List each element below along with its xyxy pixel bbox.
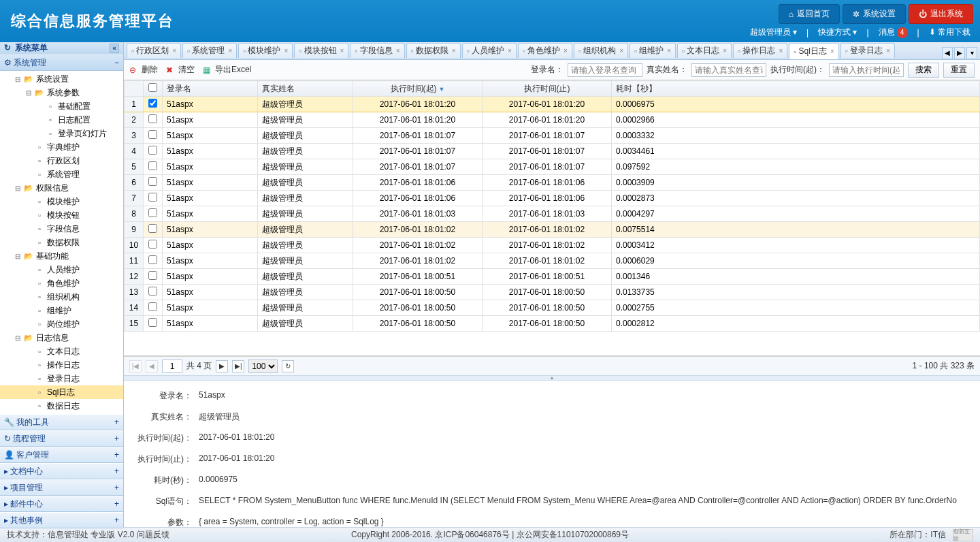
table-row[interactable]: 851aspx超级管理员2017-06-01 18:01:032017-06-0… bbox=[125, 206, 980, 222]
tab-close[interactable]: × bbox=[228, 47, 232, 54]
login-input[interactable] bbox=[568, 63, 642, 77]
row-checkbox[interactable] bbox=[144, 206, 163, 222]
table-row[interactable]: 1151aspx超级管理员2017-06-01 18:01:022017-06-… bbox=[125, 253, 980, 269]
tab[interactable]: ▫登录日志× bbox=[840, 43, 895, 58]
tab-close[interactable]: × bbox=[779, 47, 783, 54]
row-checkbox[interactable] bbox=[144, 300, 163, 316]
shortcut-menu[interactable]: 快捷方式 ▾ bbox=[818, 27, 857, 38]
messages-link[interactable]: 消息4 bbox=[879, 27, 908, 38]
tab[interactable]: ▫模块按钮× bbox=[294, 43, 348, 58]
tab-close[interactable]: × bbox=[886, 47, 890, 54]
export-button[interactable]: ▦导出Excel bbox=[203, 64, 251, 76]
tree-item[interactable]: ⊟📂系统参数 bbox=[0, 86, 123, 99]
tree-item[interactable]: ▫系统管理 bbox=[0, 168, 123, 181]
side-panel-7[interactable]: ▸ 其他事例+ bbox=[0, 512, 123, 528]
tab[interactable]: ▫组维护× bbox=[630, 43, 676, 58]
tree-item[interactable]: ▫组维护 bbox=[0, 304, 123, 317]
row-checkbox[interactable] bbox=[144, 285, 163, 300]
tree-item[interactable]: ▫数据权限 bbox=[0, 236, 123, 249]
settings-button[interactable]: ✲系统设置 bbox=[843, 4, 906, 24]
splitter[interactable]: ▴ bbox=[124, 375, 980, 381]
tree-item[interactable]: ▫岗位维护 bbox=[0, 317, 123, 331]
side-panel-4[interactable]: ▸ 文档中心+ bbox=[0, 463, 123, 479]
tree-toggle[interactable]: ⊟ bbox=[12, 185, 23, 192]
row-checkbox[interactable] bbox=[144, 269, 163, 285]
table-row[interactable]: 1051aspx超级管理员2017-06-01 18:01:022017-06-… bbox=[125, 238, 980, 253]
grid-col-header[interactable]: 执行时间(起)▼ bbox=[353, 81, 483, 97]
pager-prev[interactable]: ◀ bbox=[146, 360, 158, 372]
tab[interactable]: ▫Sql日志× bbox=[789, 43, 838, 59]
tree-item[interactable]: ▫操作日志 bbox=[0, 358, 123, 372]
row-checkbox[interactable] bbox=[144, 159, 163, 175]
grid-col-header[interactable]: 执行时间(止) bbox=[483, 81, 612, 97]
grid-col-header[interactable]: 登录名 bbox=[163, 81, 258, 97]
tree-item[interactable]: ⊟📂日志信息 bbox=[0, 331, 123, 345]
pager-page-input[interactable] bbox=[162, 360, 182, 373]
table-row[interactable]: 351aspx超级管理员2017-06-01 18:01:072017-06-0… bbox=[125, 128, 980, 144]
home-button[interactable]: ⌂返回首页 bbox=[779, 4, 840, 24]
exectime-input[interactable] bbox=[829, 63, 904, 77]
tab-close[interactable]: × bbox=[667, 47, 671, 54]
tab-close[interactable]: × bbox=[284, 47, 288, 54]
row-checkbox[interactable] bbox=[144, 316, 163, 332]
row-checkbox[interactable] bbox=[144, 175, 163, 191]
tree-item[interactable]: ▫Sql日志 bbox=[0, 385, 123, 399]
realname-input[interactable] bbox=[691, 63, 766, 77]
tab-close[interactable]: × bbox=[172, 47, 176, 54]
tree-item[interactable]: ▫日志配置 bbox=[0, 113, 123, 127]
tree-item[interactable]: ▫基础配置 bbox=[0, 99, 123, 113]
table-row[interactable]: 951aspx超级管理员2017-06-01 18:01:022017-06-0… bbox=[125, 222, 980, 238]
tree-item[interactable]: ▫模块按钮 bbox=[0, 208, 123, 222]
tab-close[interactable]: × bbox=[564, 47, 568, 54]
tree-item[interactable]: ▫登录页幻灯片 bbox=[0, 127, 123, 140]
tree-item[interactable]: ⊟📂基础功能 bbox=[0, 249, 123, 263]
side-panel-3[interactable]: 👤 客户管理+ bbox=[0, 447, 123, 463]
tree-item[interactable]: ▫模块维护 bbox=[0, 195, 123, 208]
side-panel-2[interactable]: ↻ 流程管理+ bbox=[0, 430, 123, 447]
tab[interactable]: ▫行政区划× bbox=[127, 43, 181, 58]
side-panel-5[interactable]: ▸ 项目管理+ bbox=[0, 479, 123, 496]
tab-close[interactable]: × bbox=[340, 47, 344, 54]
row-checkbox[interactable] bbox=[144, 253, 163, 269]
grid-col-header[interactable]: 耗时【秒】 bbox=[612, 81, 980, 97]
tab-menu[interactable]: ▾ bbox=[966, 47, 977, 59]
refresh-icon[interactable]: ↻ bbox=[4, 43, 11, 52]
row-checkbox[interactable] bbox=[144, 112, 163, 128]
side-panel-6[interactable]: ▸ 邮件中心+ bbox=[0, 496, 123, 512]
tree-item[interactable]: ▫字典维护 bbox=[0, 140, 123, 154]
row-checkbox[interactable] bbox=[144, 238, 163, 253]
tree-item[interactable]: ▫数据日志 bbox=[0, 399, 123, 413]
table-row[interactable]: 1351aspx超级管理员2017-06-01 18:00:502017-06-… bbox=[125, 285, 980, 300]
delete-button[interactable]: ⊖删除 bbox=[129, 64, 158, 76]
download-link[interactable]: ⬇ 常用下载 bbox=[929, 27, 970, 38]
tree-item[interactable]: ⊟📂权限信息 bbox=[0, 181, 123, 195]
reset-button[interactable]: 重置 bbox=[943, 63, 975, 78]
tab-scroll-right[interactable]: ▶ bbox=[954, 47, 965, 59]
table-row[interactable]: 1251aspx超级管理员2017-06-01 18:00:512017-06-… bbox=[125, 269, 980, 285]
pager-last[interactable]: ▶| bbox=[232, 360, 244, 372]
table-row[interactable]: 251aspx超级管理员2017-06-01 18:01:202017-06-0… bbox=[125, 112, 980, 128]
logout-button[interactable]: ⏻退出系统 bbox=[909, 4, 973, 24]
tree-toggle[interactable]: ⊟ bbox=[12, 334, 23, 342]
table-row[interactable]: 751aspx超级管理员2017-06-01 18:01:062017-06-0… bbox=[125, 191, 980, 206]
row-checkbox[interactable] bbox=[144, 144, 163, 159]
tab[interactable]: ▫字段信息× bbox=[350, 43, 404, 58]
pager-size-select[interactable]: 100 bbox=[248, 360, 278, 373]
tree-toggle[interactable]: ⊟ bbox=[12, 253, 23, 260]
row-checkbox[interactable] bbox=[144, 97, 163, 112]
tab[interactable]: ▫模块维护× bbox=[238, 43, 293, 58]
pager-refresh[interactable]: ↻ bbox=[282, 360, 294, 372]
tab[interactable]: ▫文本日志× bbox=[677, 43, 732, 58]
table-row[interactable]: 151aspx超级管理员2017-06-01 18:01:202017-06-0… bbox=[125, 97, 980, 112]
tab[interactable]: ▫数据权限× bbox=[406, 43, 461, 58]
tab-scroll-left[interactable]: ◀ bbox=[942, 47, 953, 59]
tab[interactable]: ▫角色维护× bbox=[518, 43, 572, 58]
tree-item[interactable]: ⊟📂系统设置 bbox=[0, 72, 123, 86]
tab-close[interactable]: × bbox=[452, 47, 456, 54]
tree-item[interactable]: ▫角色维护 bbox=[0, 276, 123, 290]
tab-close[interactable]: × bbox=[619, 47, 623, 54]
tree-item[interactable]: ▫行政区划 bbox=[0, 154, 123, 168]
data-grid[interactable]: 登录名真实姓名执行时间(起)▼执行时间(止)耗时【秒】151aspx超级管理员2… bbox=[124, 80, 980, 356]
row-checkbox[interactable] bbox=[144, 191, 163, 206]
table-row[interactable]: 551aspx超级管理员2017-06-01 18:01:072017-06-0… bbox=[125, 159, 980, 175]
